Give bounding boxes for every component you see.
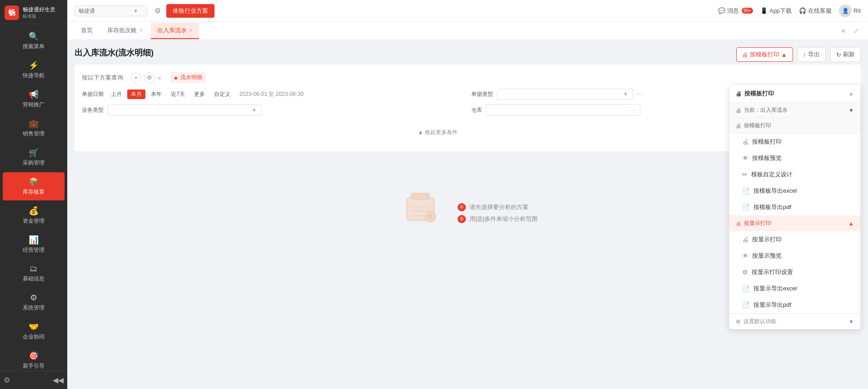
template-customize-item[interactable]: ✏ 模板自定义设计 [729, 166, 860, 183]
empty-illustration: ? [398, 184, 443, 238]
sidebar-item-label: 库存核算 [23, 188, 45, 196]
print-button[interactable]: 🖨 按模板打印 ▲ [736, 47, 793, 62]
date-prev-month[interactable]: 上月 [107, 90, 125, 99]
empty-hint-1: ① 请先选择要分析的方案 [458, 203, 538, 211]
tabbar-expand-button[interactable]: ⤢ [852, 25, 861, 36]
sidebar-item-purchase[interactable]: 🛒 采购管理 [3, 143, 65, 171]
sidebar-item-label: 基础信息 [23, 275, 45, 283]
current-section-icon: 🖨 [736, 107, 741, 114]
collapse-button[interactable]: ▲ 收起更多条件 [82, 125, 793, 140]
filter-biztype-group: 业务类型 ▼ [82, 105, 464, 115]
display-section-header: 🖨 按显示打印 ▲ [729, 216, 860, 231]
dropdown-footer[interactable]: ⚙ 设置默认功能 ▼ [729, 314, 860, 329]
sidebar-item-system[interactable]: ⚙ 系统管理 [3, 288, 65, 316]
filter-add-button[interactable]: + [130, 72, 141, 83]
sidebar-item-collab[interactable]: 🤝 企业协同 [3, 317, 65, 345]
date-recent7[interactable]: 近7天 [167, 90, 189, 99]
export-button[interactable]: ↑ 导出 [798, 47, 826, 62]
online-service-label: 在线客服 [808, 7, 832, 15]
sidebar-item-guide[interactable]: 🎯 新手引导 [3, 346, 65, 371]
template-export-pdf-item[interactable]: 📄 按模板导出pdf [729, 199, 860, 215]
display-settings-label: 按显示打印设置 [752, 268, 793, 276]
sidebar-item-label: 经营管理 [23, 246, 45, 254]
tab-home[interactable]: 首页 [75, 23, 99, 39]
user-avatar[interactable]: 👤 Rit [839, 5, 861, 17]
empty-content: ? ① 请先选择要分析的方案 ② 用[选]条件来缩小分析范围 [398, 184, 538, 245]
print-icon: 🖨 [742, 51, 748, 58]
display-preview-icon: 👁 [742, 252, 748, 259]
filter-tag-icon: ● [174, 74, 178, 81]
sidebar-bottom: ⚙ ◀◀ [0, 371, 67, 389]
tab-batch-close[interactable]: × [140, 27, 143, 34]
topbar-gear-icon[interactable]: ⚙ [155, 6, 161, 15]
sidebar-item-inventory[interactable]: 📦 库存核算 [3, 172, 65, 200]
display-print-item[interactable]: 🖨 按显示打印 [729, 231, 860, 248]
sidebar-settings-button[interactable]: ⚙ [4, 376, 10, 384]
tab-batch[interactable]: 库存批次账 × [101, 23, 149, 39]
doctype-select[interactable]: ▼ [497, 89, 633, 100]
industry-solution-button[interactable]: 体验行业方案 [166, 4, 215, 18]
template-preview-item[interactable]: 👁 按模板预览 [729, 150, 860, 166]
app-download-button[interactable]: 📱 App下载 [760, 7, 792, 15]
display-export-pdf-item[interactable]: 📄 按显示导出pdf [729, 297, 860, 313]
app-logo: 畅 畅捷通好生意 标准版 [0, 0, 67, 24]
filter-collapse-arrow[interactable]: « [158, 74, 161, 81]
collapse-icon: ▲ [418, 129, 423, 135]
sidebar-item-finance[interactable]: 💰 资金管理 [3, 201, 65, 229]
biztype-select[interactable]: ▼ [107, 105, 262, 115]
warehouse-more[interactable]: ··· [631, 107, 635, 113]
export-label: 导出 [808, 50, 820, 59]
date-more[interactable]: 更多 [190, 90, 209, 99]
refresh-button[interactable]: ↻ 刷新 [830, 47, 861, 62]
sidebar-item-search[interactable]: 🔍 搜索菜单 [3, 27, 65, 55]
doctype-more-icon[interactable]: ··· [637, 90, 643, 98]
display-preview-item[interactable]: 👁 按显示预览 [729, 248, 860, 264]
filter-settings-button[interactable]: ⚙ [144, 72, 155, 83]
sidebar-item-label: 资金管理 [23, 217, 45, 225]
sidebar-item-label: 企业协同 [23, 333, 45, 341]
template-print-item[interactable]: 🖨 按模板打印 [729, 134, 860, 150]
operations-icon: 📊 [29, 235, 39, 245]
sidebar-item-marketing[interactable]: 📢 营销推广 [3, 85, 65, 113]
template-pdf-label: 按模板导出pdf [753, 203, 791, 211]
tab-flow-close[interactable]: × [190, 27, 193, 34]
topbar-search-input[interactable] [79, 8, 133, 14]
sidebar-item-label: 新手引导 [23, 362, 45, 370]
tab-flow-label: 出入库流水 [157, 26, 187, 35]
filter-tag-item[interactable]: ● 流水明细 [170, 72, 206, 83]
dropdown-title: 🖨 按模板打印 [736, 90, 774, 98]
display-settings-icon: ⚙ [742, 269, 748, 276]
sidebar-item-sales[interactable]: 💼 销售管理 [3, 114, 65, 142]
sidebar-item-basic[interactable]: 🗂 基础信息 [3, 259, 65, 287]
display-excel-label: 按显示导出excel [753, 284, 797, 293]
sidebar-item-quicknav[interactable]: ⚡ 快捷导航 [3, 56, 65, 84]
message-icon: 💬 [718, 7, 725, 14]
dropdown-print-icon: 🖨 [736, 90, 742, 97]
tabbar-close-button[interactable]: ✕ [839, 25, 848, 36]
topbar-search-wrap[interactable]: ▼ [75, 5, 147, 16]
download-icon: 📱 [760, 7, 768, 14]
online-service-button[interactable]: 🎧 在线客服 [799, 7, 832, 15]
display-export-excel-item[interactable]: 📄 按显示导出excel [729, 280, 860, 297]
dropdown-close-arrow[interactable]: ▲ [848, 90, 854, 97]
template-export-excel-item[interactable]: 📄 按模板导出excel [729, 183, 860, 199]
svg-text:?: ? [429, 214, 432, 220]
print-label: 按模板打印 [750, 50, 779, 59]
template-excel-label: 按模板导出excel [753, 187, 797, 195]
tab-flow[interactable]: 出入库流水 × [151, 23, 199, 39]
print-arrow: ▲ [781, 51, 787, 58]
sidebar-fold-button[interactable]: ◀◀ [53, 376, 64, 384]
display-print-settings-item[interactable]: ⚙ 按显示打印设置 [729, 264, 860, 280]
filter-header: 按以下方案查询 + ⚙ « ● 流水明细 [82, 72, 853, 83]
service-icon: 🎧 [799, 7, 806, 14]
warehouse-input[interactable]: ··· [486, 104, 640, 116]
current-section-label: 当前：出入库流水 [744, 106, 848, 114]
app-version: 标准版 [23, 13, 55, 20]
date-current-year[interactable]: 本年 [147, 90, 165, 99]
message-button[interactable]: 💬 消息 99+ [718, 7, 753, 15]
date-custom[interactable]: 自定义 [210, 90, 234, 99]
basic-icon: 🗂 [30, 264, 38, 274]
date-current-month[interactable]: 本月 [127, 90, 145, 99]
doctype-arrow: ▼ [623, 91, 628, 97]
sidebar-item-operations[interactable]: 📊 经营管理 [3, 230, 65, 259]
